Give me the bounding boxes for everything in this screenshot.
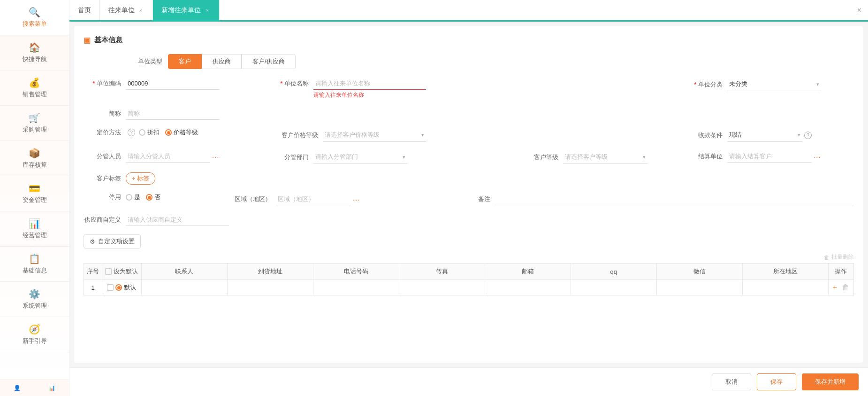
row-wechat-input[interactable] [660,284,739,291]
unit-category-label: 单位分类 [685,80,727,89]
payment-terms-help-icon[interactable]: ? [804,132,812,139]
row-email-input[interactable] [488,284,568,291]
home-icon: 🏠 [29,42,40,53]
sidebar-item-purchase-label: 采购管理 [23,125,47,134]
sidebar-bottom-user[interactable]: 👤 [14,385,21,391]
short-name-field: 简称 [84,108,252,120]
row-default-radio-circle [115,284,122,291]
sidebar-item-guide[interactable]: 🧭 新手引导 [0,317,69,352]
sidebar-item-capital[interactable]: 💳 资金管理 [0,176,69,211]
row-default-radio[interactable]: 默认 [115,283,136,292]
sidebar-item-management[interactable]: 📊 经营管理 [0,211,69,247]
region-more-button[interactable]: ··· [351,195,362,203]
sidebar-item-system[interactable]: ⚙️ 系统管理 [0,282,69,317]
sidebar-item-inventory[interactable]: 📦 库存核算 [0,141,69,176]
save-button[interactable]: 保存 [757,373,796,390]
close-all-tabs-button[interactable]: × [851,0,868,20]
row-wechat[interactable] [656,280,742,295]
row-qq[interactable] [571,280,656,295]
tab-new-contact-close[interactable]: × [204,7,210,14]
unit-type-customer-button[interactable]: 客户 [168,54,202,69]
batch-delete-label: 批量删除 [831,253,854,261]
tab-new-contact[interactable]: 新增往来单位 × [153,0,219,20]
unit-category-select[interactable]: 未分类 ▾ [727,78,821,91]
row-address-input[interactable] [230,284,310,291]
supplier-custom-input[interactable] [126,214,229,226]
unit-type-both-button[interactable]: 客户/供应商 [242,54,296,69]
stop-use-yes-radio[interactable]: 是 [126,193,140,202]
department-label: 分管部门 [271,153,313,162]
row-qq-input[interactable] [574,284,654,291]
col-phone: 电话号码 [313,264,399,280]
batch-delete-row: 🗑 批量删除 [84,253,854,261]
pricing-help-icon[interactable]: ? [128,129,135,136]
sidebar-item-search[interactable]: 🔍 搜索菜单 [0,0,69,35]
unit-name-input[interactable] [313,78,426,90]
settings-gear-icon: ⚙ [90,238,95,245]
sidebar-item-basic-info-label: 基础信息 [23,266,47,275]
select-all-checkbox[interactable] [105,268,112,275]
unit-code-input[interactable] [126,78,220,90]
sidebar-item-guide-label: 新手引导 [23,337,47,345]
row-phone[interactable] [313,280,399,295]
sidebar-item-sales[interactable]: 💰 销售管理 [0,70,69,106]
table-header: 序号 设为默认 联系人 到货地址 电话号码 传真 邮箱 [84,264,854,280]
row-add-button[interactable]: + [833,283,837,291]
pricing-discount-label: 折扣 [147,128,160,137]
customer-tag-label: 客户标签 [84,174,126,183]
sidebar-item-purchase[interactable]: 🛒 采购管理 [0,106,69,141]
sidebar: 🔍 搜索菜单 🏠 快捷导航 💰 销售管理 🛒 采购管理 📦 库存核算 💳 资金管… [0,0,69,396]
remark-label: 备注 [453,195,495,203]
customer-level-field: 客户等级 请选择客户等级 ▾ [521,150,671,164]
unit-name-field: 单位名称 [271,78,666,90]
short-name-input[interactable] [126,108,220,120]
sidebar-item-basic-info[interactable]: 📋 基础信息 [0,247,69,282]
region-label: 区域（地区） [234,195,276,203]
cancel-button[interactable]: 取消 [712,373,751,390]
customer-tag-row: 客户标签 + 标签 [84,172,854,185]
sidebar-item-search-label: 搜索菜单 [23,20,47,28]
capital-icon: 💳 [29,183,40,194]
row-phone-input[interactable] [316,284,396,291]
manager-input[interactable] [126,150,210,163]
row-district[interactable] [742,280,828,295]
section-title: 基本信息 [94,36,122,45]
payment-terms-label: 收款条件 [685,131,727,140]
row-checkbox[interactable] [107,284,114,291]
row-email[interactable] [485,280,571,295]
remark-input[interactable] [495,193,854,205]
department-arrow: ▾ [403,154,405,160]
page-content: ▣ 基本信息 单位类型 客户 供应商 客户/供应商 单位编码 [74,26,863,363]
pricing-discount-radio[interactable]: 折扣 [139,128,160,137]
region-input[interactable] [276,193,351,205]
manager-more-button[interactable]: ··· [210,153,221,161]
customer-price-level-arrow: ▾ [421,132,424,138]
tab-home[interactable]: 首页 [69,0,100,20]
pricing-level-radio[interactable]: 价格等级 [165,128,198,137]
sidebar-item-quick-nav[interactable]: 🏠 快捷导航 [0,35,69,70]
settlement-unit-more-button[interactable]: ··· [812,153,823,161]
settlement-unit-input[interactable] [727,150,812,163]
customer-level-select[interactable]: 请选择客户等级 ▾ [563,150,647,164]
tab-contacts-close[interactable]: × [137,7,144,14]
sidebar-bottom-stats[interactable]: 📊 [48,385,55,391]
pricing-radio-group: 折扣 价格等级 [139,128,198,137]
custom-settings-button[interactable]: ⚙ 自定义项设置 [84,234,141,248]
add-tag-button[interactable]: + 标签 [126,172,155,185]
tab-contacts[interactable]: 往来单位 × [100,0,153,20]
payment-terms-select[interactable]: 现结 ▾ [727,128,802,142]
row-contact-input[interactable] [145,284,224,291]
stop-use-no-radio[interactable]: 否 [146,193,160,202]
row-district-input[interactable] [746,284,825,291]
row-fax-input[interactable] [402,284,482,291]
save-and-new-button[interactable]: 保存并新增 [802,373,859,390]
row-address[interactable] [227,280,313,295]
department-select[interactable]: 请输入分管部门 ▾ [313,150,407,164]
supplier-custom-field: 供应商自定义 [84,214,271,226]
customer-price-level-select[interactable]: 请选择客户价格等级 ▾ [323,128,426,142]
row-delete-button[interactable]: 🗑 [842,283,849,291]
unit-type-supplier-button[interactable]: 供应商 [202,54,242,69]
form-row-pricing: 定价方法 ? 折扣 价格等级 客户价格等级 [84,128,854,142]
row-contact[interactable] [141,280,227,295]
row-fax[interactable] [399,280,485,295]
